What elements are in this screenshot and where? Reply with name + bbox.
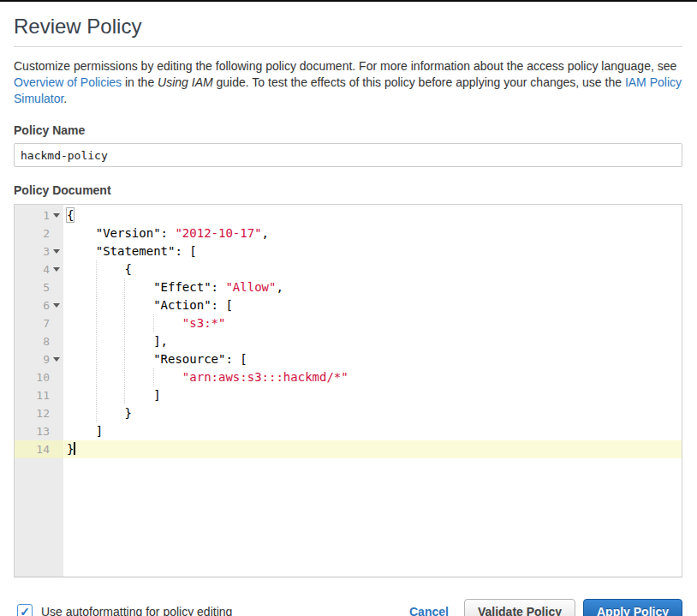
code-line: "Resource": [ (63, 350, 682, 368)
fold-chevron-down-icon[interactable] (53, 213, 60, 218)
using-iam-guide-name: Using IAM (158, 75, 213, 89)
indent-guide (96, 368, 97, 386)
indent-guide (96, 386, 97, 404)
page-title: Review Policy (14, 15, 682, 39)
link-overview-of-policies[interactable]: Overview of Policies (14, 75, 122, 89)
json-code-text: "Action": [ (67, 298, 233, 312)
indent-guide (96, 404, 97, 422)
code-line: "arn:aws:s3:::hackmd/*" (63, 368, 682, 386)
line-number: 11 (15, 386, 63, 404)
policy-name-input[interactable] (14, 143, 682, 167)
json-string-value: "2012-10-17" (175, 226, 261, 240)
intro-text: Customize permissions by editing the fol… (14, 58, 682, 107)
json-code-text: "Effect": (67, 280, 225, 294)
line-number: 8 (15, 332, 63, 350)
intro-text-part: Customize permissions by editing the fol… (14, 59, 676, 73)
indent-guide (153, 368, 154, 386)
indent-guide (124, 332, 125, 350)
json-string-value: "s3:*" (182, 316, 226, 330)
code-line: "Effect": "Allow", (63, 278, 682, 296)
line-number: 9 (15, 350, 63, 368)
code-line: "s3:*" (63, 314, 682, 332)
line-number: 10 (15, 368, 63, 386)
json-code-text: , (262, 226, 269, 240)
line-number: 5 (15, 278, 63, 296)
fold-chevron-down-icon[interactable] (53, 267, 60, 272)
fold-chevron-down-icon[interactable] (53, 357, 60, 362)
code-line: ] (63, 386, 682, 404)
intro-text-part: guide. To test the effects of this polic… (213, 75, 625, 89)
editor-line-number-gutter: 1234567891011121314 (15, 205, 63, 577)
code-line: } (63, 404, 682, 422)
json-string-value: "Allow" (225, 280, 276, 294)
line-number: 2 (15, 224, 63, 242)
autoformat-checkbox-row[interactable]: ✓ Use autoformatting for policy editing (17, 604, 232, 616)
json-code-text: { (67, 262, 132, 276)
indent-guide (124, 278, 125, 296)
policy-name-label: Policy Name (14, 123, 682, 137)
autoformat-checkbox[interactable]: ✓ (17, 604, 33, 616)
indent-guide (124, 368, 125, 386)
policy-document-editor[interactable]: 1234567891011121314 { "Version": "2012-1… (14, 204, 682, 577)
indent-guide (96, 314, 97, 332)
json-code-text: , (276, 280, 283, 294)
code-line: "Action": [ (63, 296, 682, 314)
intro-text-part: in the (122, 75, 158, 89)
indent-guide (96, 278, 97, 296)
window-top-edge (0, 0, 697, 2)
text-cursor (74, 442, 75, 455)
review-policy-page: Review Policy Customize permissions by e… (0, 15, 697, 616)
autoformat-checkbox-label: Use autoformatting for policy editing (41, 605, 232, 616)
json-code-text: "Resource": [ (67, 352, 247, 366)
json-code-text: { (67, 208, 74, 222)
code-line: } (63, 440, 682, 458)
indent-guide (96, 296, 97, 314)
line-number: 3 (15, 242, 63, 260)
indent-guide (153, 314, 154, 332)
indent-guide (96, 260, 97, 278)
indent-guide (124, 314, 125, 332)
json-string-value: "arn:aws:s3:::hackmd/*" (182, 370, 348, 384)
code-line: { (63, 260, 682, 278)
editor-code-area[interactable]: { "Version": "2012-10-17", "Statement": … (63, 205, 682, 577)
line-number: 13 (15, 422, 63, 440)
indent-guide (124, 386, 125, 404)
line-number: 1 (15, 206, 63, 224)
validate-policy-button[interactable]: Validate Policy (464, 599, 575, 616)
footer-action-bar: ✓ Use autoformatting for policy editing … (14, 599, 682, 616)
json-code-text: "Version": (67, 226, 175, 240)
json-code-text: } (67, 442, 74, 456)
line-number: 4 (15, 260, 63, 278)
indent-guide (124, 296, 125, 314)
line-number: 7 (15, 314, 63, 332)
indent-guide (96, 332, 97, 350)
line-number: 12 (15, 404, 63, 422)
code-line: "Statement": [ (63, 242, 682, 260)
cancel-link[interactable]: Cancel (409, 605, 449, 616)
code-line: { (63, 206, 682, 224)
fold-chevron-down-icon[interactable] (53, 249, 60, 254)
line-number: 6 (15, 296, 63, 314)
apply-policy-button[interactable]: Apply Policy (583, 599, 682, 616)
code-line: "Version": "2012-10-17", (63, 224, 682, 242)
code-line: ], (63, 332, 682, 350)
indent-guide (124, 350, 125, 368)
json-code-text: ], (67, 334, 168, 348)
json-code-text: } (67, 406, 132, 420)
json-code-text: ] (67, 424, 103, 438)
fold-chevron-down-icon[interactable] (53, 303, 60, 308)
policy-document-label: Policy Document (14, 183, 682, 197)
title-divider (14, 46, 682, 47)
code-line: ] (63, 422, 682, 440)
intro-text-part: . (63, 92, 67, 105)
json-code-text: ] (67, 388, 161, 402)
check-icon: ✓ (20, 606, 30, 616)
line-number: 14 (15, 440, 63, 458)
json-code-text: "Statement": [ (67, 244, 197, 258)
indent-guide (96, 350, 97, 368)
